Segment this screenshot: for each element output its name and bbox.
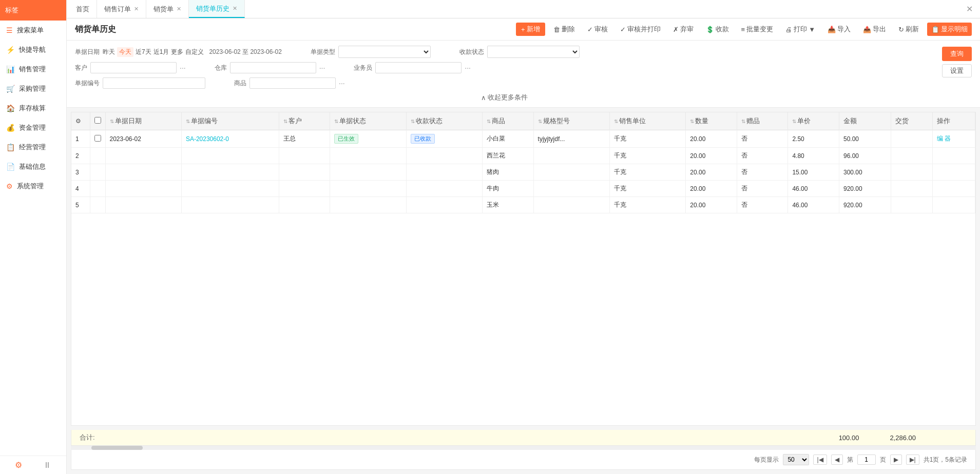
edit-op-button[interactable]: 编 <box>937 135 943 142</box>
row-operations <box>932 164 975 181</box>
tab-sales-order-close[interactable]: ✕ <box>134 6 139 12</box>
review-print-button[interactable]: ✓ 审核并打印 <box>616 23 665 35</box>
customer-ellipsis[interactable]: ··· <box>180 64 186 72</box>
warehouse-ellipsis[interactable]: ··· <box>319 64 325 72</box>
show-detail-label: 显示明细 <box>941 25 968 34</box>
date-btn-today[interactable]: 今天 <box>117 47 133 57</box>
next-page-button[interactable]: ▶ <box>890 455 902 465</box>
query-button[interactable]: 查询 <box>942 47 972 61</box>
abandon-icon: ✗ <box>673 26 679 33</box>
export-button[interactable]: 📤 导出 <box>859 23 890 35</box>
row-pay-status <box>406 148 482 164</box>
date-btn-custom[interactable]: 自定义 <box>185 48 204 56</box>
row-spec <box>533 197 609 213</box>
tab-home[interactable]: 首页 <box>69 0 97 18</box>
product-ellipsis[interactable]: ··· <box>339 79 345 87</box>
settings-button[interactable]: 设置 <box>942 64 972 77</box>
show-detail-button[interactable]: 📋 显示明细 <box>927 23 972 36</box>
col-amount-label: 金额 <box>843 117 857 125</box>
col-gift[interactable]: ⇅赠品 <box>737 112 788 130</box>
salesperson-input[interactable] <box>375 62 462 73</box>
select-all-checkbox[interactable] <box>94 117 101 124</box>
row-doc-no[interactable]: SA-20230602-0 <box>181 130 279 148</box>
sidebar-item-quick-nav[interactable]: ⚡ 快捷导航 <box>0 40 66 60</box>
col-pay-status[interactable]: ⇅收款状态 <box>406 112 482 130</box>
sidebar-item-label: 系统管理 <box>17 182 44 191</box>
sidebar-collapse-icon[interactable]: ⏸ <box>43 461 51 470</box>
date-btn-7days[interactable]: 近7天 <box>136 48 151 56</box>
row-date <box>105 197 181 213</box>
row-doc-status <box>330 148 406 164</box>
warehouse-input[interactable] <box>230 62 316 73</box>
row-qty: 20.00 <box>686 181 737 197</box>
tab-sales-history[interactable]: 销货单历史 ✕ <box>189 0 245 18</box>
row-doc-no <box>181 164 279 181</box>
sidebar-item-sales-mgmt[interactable]: 📊 销售管理 <box>0 60 66 79</box>
doc-type-select[interactable] <box>338 46 431 58</box>
col-doc-status-label: 单据状态 <box>339 117 366 125</box>
collect-label: 收款 <box>716 25 729 34</box>
new-label: 新增 <box>527 25 540 34</box>
date-btn-1month[interactable]: 近1月 <box>153 48 169 56</box>
row-amount: 920.00 <box>839 181 891 197</box>
sidebar-item-operations[interactable]: 📋 经营管理 <box>0 137 66 157</box>
col-date[interactable]: ⇅单据日期 <box>105 112 181 130</box>
sidebar-bottom: ⚙ ⏸ <box>0 456 66 474</box>
col-spec[interactable]: ⇅规格型号 <box>533 112 609 130</box>
payment-status-select[interactable] <box>487 46 580 58</box>
tab-close-all[interactable]: ✕ <box>961 4 978 14</box>
col-settings[interactable]: ⚙ <box>71 112 90 130</box>
col-qty[interactable]: ⇅数量 <box>686 112 737 130</box>
date-btn-yesterday[interactable]: 昨天 <box>103 48 115 56</box>
current-page-input[interactable] <box>857 455 876 465</box>
col-unit[interactable]: ⇅销售单位 <box>609 112 685 130</box>
delete-icon: 🗑 <box>553 26 560 33</box>
more-op-button[interactable]: 器 <box>945 135 951 142</box>
product-input[interactable] <box>249 77 336 89</box>
sidebar-item-basic-info[interactable]: 📄 基础信息 <box>0 157 66 176</box>
import-icon: 📥 <box>828 26 836 33</box>
batch-change-button[interactable]: ≡ 批量变更 <box>737 23 778 35</box>
row-product: 小白菜 <box>483 130 534 148</box>
review-button[interactable]: ✓ 审核 <box>583 23 612 35</box>
new-button[interactable]: + 新增 <box>516 23 545 36</box>
sidebar-item-search-menu[interactable]: ☰ 搜索菜单 <box>0 21 66 40</box>
refresh-button[interactable]: ↻ 刷新 <box>894 23 923 35</box>
last-page-button[interactable]: ▶| <box>906 455 919 465</box>
import-button[interactable]: 📥 导入 <box>823 23 855 35</box>
tab-sales-delivery[interactable]: 销货单 ✕ <box>146 0 189 18</box>
col-doc-no[interactable]: ⇅单据编号 <box>181 112 279 130</box>
col-price[interactable]: ⇅单价 <box>788 112 839 130</box>
row-select-checkbox[interactable] <box>94 135 101 142</box>
collapse-button[interactable]: ∧ 收起更多条件 <box>481 93 528 102</box>
tab-sales-history-close[interactable]: ✕ <box>233 5 237 12</box>
abandon-button[interactable]: ✗ 弃审 <box>669 23 698 35</box>
sidebar-item-finance[interactable]: 💰 资金管理 <box>0 118 66 137</box>
horizontal-scrollbar[interactable] <box>71 446 976 450</box>
salesperson-ellipsis[interactable]: ··· <box>465 64 471 72</box>
sidebar-item-inventory[interactable]: 🏠 库存核算 <box>0 98 66 118</box>
col-product[interactable]: ⇅商品 <box>483 112 534 130</box>
row-doc-no <box>181 197 279 213</box>
customer-input[interactable] <box>90 62 177 73</box>
collect-icon: 💲 <box>706 26 714 33</box>
print-button[interactable]: 🖨 打印 ▼ <box>781 23 819 35</box>
collapse-icon: ∧ <box>481 94 486 102</box>
date-btn-more[interactable]: 更多 <box>171 48 183 56</box>
sidebar-item-purchase-mgmt[interactable]: 🛒 采购管理 <box>0 79 66 98</box>
col-customer[interactable]: ⇅客户 <box>279 112 330 130</box>
page-size-select[interactable]: 50 100 <box>783 454 809 465</box>
tab-sales-delivery-close[interactable]: ✕ <box>177 6 181 12</box>
first-page-button[interactable]: |◀ <box>813 455 827 465</box>
col-spec-label: 规格型号 <box>543 117 570 125</box>
delete-button[interactable]: 🗑 删除 <box>549 23 579 35</box>
collect-button[interactable]: 💲 收款 <box>702 23 733 35</box>
sidebar-item-sys-mgmt[interactable]: ⚙ 系统管理 <box>0 176 66 196</box>
doc-number-input[interactable] <box>103 77 205 89</box>
col-doc-status[interactable]: ⇅单据状态 <box>330 112 406 130</box>
row-num: 5 <box>71 197 90 213</box>
prev-page-button[interactable]: ◀ <box>831 455 843 465</box>
scrollbar-thumb[interactable] <box>91 446 143 450</box>
tab-sales-order[interactable]: 销售订单 ✕ <box>97 0 146 18</box>
sidebar-settings-icon[interactable]: ⚙ <box>15 460 22 470</box>
